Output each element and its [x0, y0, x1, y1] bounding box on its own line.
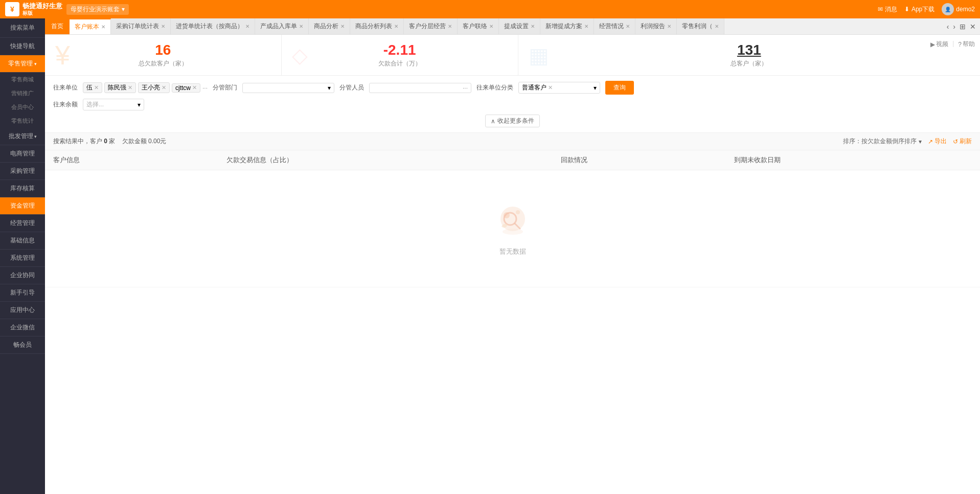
remove-tag-unit3[interactable]: ✕	[162, 85, 166, 91]
tab-close-customer-account[interactable]: ✕	[101, 24, 105, 30]
unit-class-filter-label: 往来单位分类	[476, 83, 513, 92]
sidebar-item-enterprise-wechat[interactable]: 企业微信	[0, 319, 45, 336]
sort-select[interactable]: 排序：按欠款金额倒序排序 ▾	[843, 137, 922, 146]
logo-icon: ¥	[5, 2, 19, 16]
refresh-btn[interactable]: ↺ 刷新	[953, 137, 972, 146]
stat-right-actions: ▶ 视频 | ? 帮助	[930, 40, 975, 49]
sidebar-item-basic-info[interactable]: 基础信息	[0, 232, 45, 250]
filter-row-units: 往来单位 伍 ✕ 陈民强 ✕ 王小亮 ✕	[53, 81, 972, 95]
tab-customer-account[interactable]: 客户账本 ✕	[70, 18, 111, 35]
person-filter-select[interactable]: ···	[369, 83, 471, 93]
stat-overdue-customers: ¥ 16 总欠款客户（家）	[45, 35, 282, 75]
person-filter-dots[interactable]: ···	[463, 84, 468, 92]
unit-class-filter-select[interactable]: 普通客户 ✕ ▾	[518, 82, 600, 94]
tab-product-inbound[interactable]: 产成品入库单 ✕	[255, 18, 309, 35]
empty-state-row: 暂无数据	[45, 170, 980, 287]
logo-subtitle: 标版	[22, 10, 62, 16]
tab-customer-contact[interactable]: 客户联络 ✕	[458, 18, 499, 35]
tab-operations-status[interactable]: 经营情况 ✕	[594, 18, 635, 35]
sidebar-item-ecommerce-mgmt[interactable]: 电商管理	[0, 145, 45, 163]
sidebar-item-app-center[interactable]: 应用中心	[0, 302, 45, 319]
sidebar-item-quick-nav[interactable]: 快捷导航	[0, 38, 45, 55]
tab-close-product-analysis[interactable]: ✕	[340, 24, 345, 29]
balance-filter-select[interactable]: 选择... ▾	[83, 99, 144, 110]
remove-tag-unit1[interactable]: ✕	[94, 85, 99, 91]
person-filter-label: 分管人员	[339, 83, 364, 92]
sidebar-item-vip-member[interactable]: 畅会员	[0, 336, 45, 354]
unit-filter-label: 往来单位	[53, 83, 78, 92]
tab-promotion-settings[interactable]: 提成设置 ✕	[499, 18, 540, 35]
sidebar-item-search-menu[interactable]: 搜索菜单	[0, 18, 45, 38]
sidebar-item-inventory-check[interactable]: 库存核算	[0, 180, 45, 197]
results-actions: 排序：按欠款金额倒序排序 ▾ ↗ 导出 ↺ 刷新	[843, 137, 972, 146]
sidebar-item-enterprise-collab[interactable]: 企业协同	[0, 267, 45, 284]
tab-close-retail-profit[interactable]: ✕	[715, 24, 719, 29]
tab-expand-btn[interactable]: ⊞	[959, 21, 967, 32]
logo-name: 畅捷通好生意	[22, 2, 62, 10]
export-btn[interactable]: ↗ 导出	[928, 137, 947, 146]
col-customer-info: 客户信息	[45, 150, 218, 170]
dept-filter-select[interactable]: ▾	[242, 83, 334, 93]
tab-product-analysis[interactable]: 商品分析 ✕	[309, 18, 350, 35]
tab-retail-profit[interactable]: 零售利润（ ✕	[677, 18, 724, 35]
tab-close-product-analysis-list[interactable]: ✕	[394, 24, 398, 29]
tab-inbound-stats-product[interactable]: 进货单统计表（按商品） ✕	[171, 18, 255, 35]
unit-filter-tags: 伍 ✕ 陈民强 ✕ 王小亮 ✕ cjttcw ✕	[83, 82, 208, 93]
avatar: 👤	[942, 3, 954, 15]
user-avatar-area[interactable]: 👤 demo2	[942, 3, 975, 15]
tab-close-all-btn[interactable]: ✕	[969, 21, 977, 32]
tab-product-analysis-list[interactable]: 商品分析列表 ✕	[350, 18, 404, 35]
tab-scroll-left-btn[interactable]: ‹	[946, 21, 950, 32]
tab-close-customer-contact[interactable]: ✕	[489, 24, 493, 29]
filter-tag-unit2[interactable]: 陈民强 ✕	[104, 82, 136, 93]
chevron-down-icon: ▾	[138, 101, 141, 108]
tab-close-profit-report[interactable]: ✕	[667, 24, 671, 29]
tab-scroll-right-btn[interactable]: ›	[952, 21, 956, 32]
page-content: ¥ 16 总欠款客户（家） ◇ -2.11 欠款合计（万） ▦ 131 总客户（…	[45, 35, 980, 494]
help-btn[interactable]: ? 帮助	[958, 40, 975, 49]
sidebar-item-purchase-mgmt[interactable]: 采购管理	[0, 163, 45, 180]
col-overdue-trade: 欠款交易信息（占比）	[218, 150, 553, 170]
sidebar-item-new-guide[interactable]: 新手引导	[0, 284, 45, 302]
sidebar-item-retail-mgmt[interactable]: 零售管理 ▾	[0, 55, 45, 73]
filter-tag-class1[interactable]: 普通客户 ✕	[522, 83, 553, 92]
remove-tag-unit2[interactable]: ✕	[128, 85, 132, 91]
sidebar-item-system-mgmt[interactable]: 系统管理	[0, 250, 45, 267]
filter-area: 往来单位 伍 ✕ 陈民强 ✕ 王小亮 ✕	[45, 76, 980, 133]
message-btn[interactable]: ✉ 消息	[878, 5, 897, 14]
tab-home[interactable]: 首页	[45, 18, 70, 35]
top-bar: ¥ 畅捷通好生意 标版 母婴行业演示账套 ▾ ✉ 消息 ⬇ App下载 👤 de…	[0, 0, 980, 18]
remove-tag-unit4[interactable]: ✕	[192, 85, 197, 91]
tab-close-new-promo-plan[interactable]: ✕	[584, 24, 588, 29]
tab-purchase-order-stats[interactable]: 采购订单统计表 ✕	[111, 18, 171, 35]
filter-tag-unit4[interactable]: cjttcw ✕	[172, 83, 200, 93]
query-button[interactable]: 查询	[605, 81, 634, 95]
sidebar-item-ops-mgmt[interactable]: 经营管理	[0, 215, 45, 232]
filter-tag-unit3[interactable]: 王小亮 ✕	[138, 82, 170, 93]
sidebar-item-retail-stats[interactable]: 零售统计	[0, 114, 45, 128]
filter-more-units[interactable]: ···	[202, 84, 208, 92]
tab-close-promotion-settings[interactable]: ✕	[531, 24, 535, 29]
tab-close-purchase-order-stats[interactable]: ✕	[161, 24, 165, 29]
sidebar-item-finance-mgmt[interactable]: 资金管理	[0, 197, 45, 215]
chevron-icon: ▾	[34, 134, 37, 139]
workspace-dropdown[interactable]: 母婴行业演示账套 ▾	[66, 4, 129, 15]
tab-close-inbound-stats-product[interactable]: ✕	[245, 24, 249, 29]
remove-tag-class1[interactable]: ✕	[548, 85, 553, 91]
video-btn[interactable]: ▶ 视频	[930, 40, 948, 49]
sidebar-item-wholesale-mgmt[interactable]: 批发管理 ▾	[0, 128, 45, 145]
tab-profit-report[interactable]: 利润报告 ✕	[635, 18, 677, 35]
sidebar-item-marketing[interactable]: 营销推广	[0, 86, 45, 100]
filter-tag-unit1[interactable]: 伍 ✕	[83, 82, 102, 93]
sidebar-item-member-center[interactable]: 会员中心	[0, 100, 45, 114]
tab-new-promo-plan[interactable]: 新增提成方案 ✕	[540, 18, 594, 35]
tab-close-customer-segment[interactable]: ✕	[448, 24, 452, 29]
collapse-filters-btn[interactable]: ∧ 收起更多条件	[485, 115, 540, 127]
sidebar-item-retail-mall[interactable]: 零售商城	[0, 73, 45, 86]
tab-close-operations-status[interactable]: ✕	[626, 24, 630, 29]
tab-close-product-inbound[interactable]: ✕	[299, 24, 303, 29]
tab-customer-segment[interactable]: 客户分层经营 ✕	[404, 18, 458, 35]
balance-filter-label: 往来余额	[53, 100, 78, 109]
app-download-btn[interactable]: ⬇ App下载	[904, 5, 935, 14]
svg-point-3	[516, 210, 520, 214]
